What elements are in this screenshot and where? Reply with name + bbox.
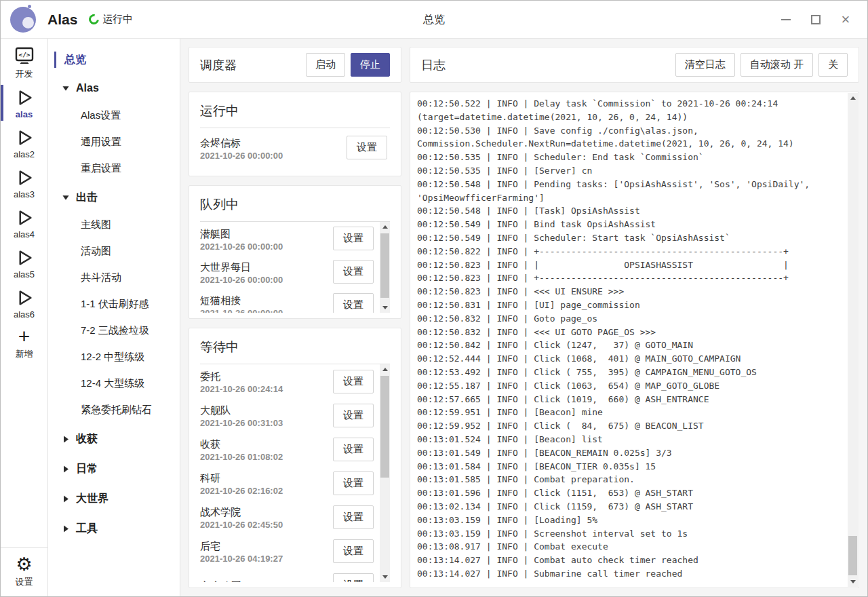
running-group-title: 运行中 <box>200 99 390 128</box>
chevron-down-icon <box>62 194 69 201</box>
scroll-down-icon[interactable] <box>848 577 858 587</box>
clear-log-button[interactable]: 清空日志 <box>675 53 735 77</box>
task-name: 大舰队 <box>200 403 333 417</box>
scrollbar-thumb[interactable] <box>380 376 389 478</box>
menu-section-alas[interactable]: Alas <box>48 74 180 102</box>
log-line: 00:13:01.596 | INFO | Click (1151, 653) … <box>417 486 841 500</box>
rail-item-label: 新增 <box>16 348 33 360</box>
scheduler-start-button[interactable]: 启动 <box>306 53 345 77</box>
log-output: 00:12:50.522 | INFO | Delay task `Commis… <box>410 92 859 588</box>
log-line: 00:12:50.535 | INFO | Scheduler: End tas… <box>417 151 841 164</box>
task-name: 委托 <box>200 369 333 383</box>
menu-item[interactable]: 12-2 中型练级 <box>48 344 180 370</box>
play-icon <box>14 207 35 229</box>
active-indicator <box>54 52 56 68</box>
menu-item[interactable]: 紧急委托刷钻石 <box>48 397 180 423</box>
log-column: 日志 清空日志 自动滚动 开 关 00:12:50.522 | INFO | D… <box>410 47 859 588</box>
chevron-right-icon <box>62 465 69 472</box>
rail-item-alas3[interactable]: alas3 <box>1 163 47 203</box>
task-row: 潜艇图2021-10-26 00:00:00设置 <box>200 222 390 255</box>
task-setting-button[interactable]: 设置 <box>333 505 374 529</box>
scrollbar-thumb[interactable] <box>380 233 389 298</box>
autoscroll-off-button[interactable]: 关 <box>818 53 848 77</box>
pending-scrollbar[interactable] <box>380 222 390 313</box>
running-spinner-icon <box>87 12 101 26</box>
play-icon <box>14 127 35 149</box>
active-indicator <box>1 85 3 121</box>
task-setting-button[interactable]: 设置 <box>333 539 374 563</box>
task-setting-button[interactable]: 设置 <box>333 260 374 284</box>
menu-item[interactable]: 通用设置 <box>48 129 180 155</box>
scroll-down-icon[interactable] <box>380 572 390 582</box>
pending-task-list: 潜艇图2021-10-26 00:00:00设置大世界每日2021-10-26 … <box>200 222 390 313</box>
menu-section-daily[interactable]: 日常 <box>48 455 180 483</box>
log-line: 00:12:59.951 | INFO | [Beacon] mine <box>417 406 841 419</box>
task-setting-button[interactable]: 设置 <box>333 293 374 313</box>
menu-section-reward[interactable]: 收获 <box>48 425 180 453</box>
task-info: 战术学院2021-10-26 02:45:50 <box>200 503 333 531</box>
task-setting-button[interactable]: 设置 <box>333 370 374 393</box>
rail-item-label: alas6 <box>14 309 35 320</box>
maximize-button[interactable] <box>801 6 831 33</box>
task-setting-button[interactable]: 设置 <box>333 438 374 461</box>
menu-section-sortie[interactable]: 出击 <box>48 183 180 212</box>
page-title: 总览 <box>423 12 445 26</box>
scheduler-stop-button[interactable]: 停止 <box>351 53 390 77</box>
rail-item-dev[interactable]: </>开发 <box>1 43 47 83</box>
task-setting-button[interactable]: 设置 <box>333 573 374 583</box>
main-content: 调度器 启动 停止 运行中 余烬信标2021-10-26 00:00:00设置 … <box>180 39 867 596</box>
menu-item[interactable]: 活动图 <box>48 238 180 265</box>
menu-item[interactable]: 共斗活动 <box>48 265 180 291</box>
rail-item-alas4[interactable]: alas4 <box>1 203 47 243</box>
scheduler-panel: 调度器 启动 停止 <box>189 47 401 83</box>
scroll-up-icon[interactable] <box>848 93 858 103</box>
log-line: 00:12:52.444 | INFO | Click (1068, 401) … <box>417 352 841 366</box>
waiting-scrollbar[interactable] <box>380 364 390 582</box>
task-info: 潜艇图2021-10-26 00:00:00 <box>200 225 333 252</box>
rail-item-alas5[interactable]: alas5 <box>1 243 47 283</box>
menu-item[interactable]: 1-1 伏击刷好感 <box>48 291 180 317</box>
scroll-down-icon[interactable] <box>380 303 390 313</box>
play-icon <box>14 167 35 189</box>
rail-item-label: alas3 <box>14 189 35 199</box>
log-line: 00:12:53.492 | INFO | Click ( 755, 395) … <box>417 366 841 379</box>
task-next-run: 2021-10-26 00:24:14 <box>200 383 333 395</box>
chevron-down-icon <box>62 85 69 92</box>
log-scrollbar[interactable] <box>848 93 858 587</box>
menu-section-tool[interactable]: 工具 <box>48 514 180 543</box>
task-setting-button[interactable]: 设置 <box>333 404 374 427</box>
scroll-up-icon[interactable] <box>380 222 390 232</box>
rail-item-settings[interactable]: ⚙设置 <box>1 551 47 591</box>
menu-item[interactable]: 主线图 <box>48 212 180 238</box>
rail-item-alas6[interactable]: alas6 <box>1 283 47 323</box>
log-line: 00:12:50.549 | INFO | Scheduler: Start t… <box>417 231 841 245</box>
close-button[interactable]: × <box>831 6 861 33</box>
rail-item-add[interactable]: +新增 <box>1 323 47 363</box>
task-setting-button[interactable]: 设置 <box>347 136 387 159</box>
log-line: 00:12:50.822 | INFO | +-----------------… <box>417 245 841 258</box>
menu-item[interactable]: 重启设置 <box>48 155 180 182</box>
task-info: 短猫相接2021-10-26 00:00:00 <box>200 292 333 313</box>
autoscroll-on-button[interactable]: 自动滚动 开 <box>741 53 813 77</box>
menu-item[interactable]: 12-4 大型练级 <box>48 370 180 397</box>
task-setting-button[interactable]: 设置 <box>333 227 374 250</box>
task-setting-button[interactable]: 设置 <box>333 471 374 495</box>
running-status-label: 运行中 <box>102 13 133 26</box>
menu-item-overview[interactable]: 总览 <box>48 47 180 73</box>
minimize-button[interactable] <box>771 6 801 33</box>
scrollbar-thumb[interactable] <box>848 536 857 575</box>
task-row: 委托2021-10-26 00:24:14设置 <box>200 364 390 398</box>
rail-item-alas[interactable]: alas <box>1 83 47 123</box>
log-line: 00:12:50.548 | INFO | [Task] OpsiAshAssi… <box>417 204 841 218</box>
menu-section-os[interactable]: 大世界 <box>48 484 180 513</box>
menu-item[interactable]: 7-2 三战捡垃圾 <box>48 317 180 344</box>
task-name: 余烬信标 <box>200 136 347 150</box>
task-info: 收获2021-10-26 01:08:02 <box>200 436 333 463</box>
maximize-icon <box>811 15 821 24</box>
scroll-up-icon[interactable] <box>380 364 390 374</box>
log-line: 00:13:01.524 | INFO | [Beacon] list <box>417 433 841 446</box>
menu-item[interactable]: Alas设置 <box>48 102 180 129</box>
task-next-run: 2021-10-26 00:31:03 <box>200 417 333 429</box>
task-name: 战术学院 <box>200 505 333 519</box>
rail-item-alas2[interactable]: alas2 <box>1 123 47 163</box>
